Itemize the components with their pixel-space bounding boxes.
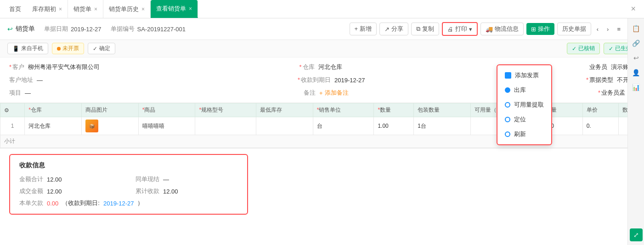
payment-date-value: 2019-12-27 (334, 77, 365, 84)
balance-note: （收款到期日: (62, 199, 100, 207)
invoice-label: *票据类型 (586, 76, 613, 84)
add-note-icon: + (319, 90, 323, 97)
prev-button[interactable]: ‹ (594, 24, 601, 34)
row-min-stock (256, 117, 313, 135)
sidebar-chart-btn[interactable]: 📊 (630, 81, 643, 94)
add-invoice-item[interactable]: 添加发票 (497, 68, 551, 83)
checked-label: 已核销 (578, 45, 595, 52)
tab-sales-order[interactable]: 销货单 × (68, 0, 103, 18)
refresh-item[interactable]: 刷新 (497, 127, 551, 142)
bottom-section: 收款信息 金额合计 12.00 同单现结 — 成交金额 12.00 (0, 148, 644, 220)
same-order-value: — (163, 176, 169, 183)
available-qty-item[interactable]: 可用量提取 (497, 97, 551, 112)
tab-inventory-init[interactable]: 库存期初 × (27, 0, 68, 18)
sidebar-return-btn[interactable]: ↩ (630, 51, 643, 64)
sidebar-link-btn[interactable]: 🔗 (630, 37, 643, 50)
close-history-tab[interactable]: × (141, 6, 145, 12)
customer-field: *客户 柳州粤港平安气体有限公司 (9, 63, 281, 71)
share-button-label: 分享 (391, 25, 403, 33)
row-num: 1 (0, 117, 25, 135)
print-icon: 🖨 (447, 26, 453, 33)
close-view-sales-tab[interactable]: × (189, 6, 192, 12)
share-button[interactable]: ↗ 分享 (379, 23, 408, 35)
address-value: — (37, 77, 43, 84)
transaction-value: 12.00 (47, 188, 62, 195)
inventory-init-label: 库存期初 (32, 5, 56, 13)
confirm-button[interactable]: ✓ 确定 (88, 43, 115, 54)
share-icon: ↗ (384, 26, 390, 33)
balance-label: 本单欠款 (19, 199, 43, 207)
next-button[interactable]: › (604, 24, 611, 34)
amount-total-label: 金额合计 (19, 175, 43, 183)
checked-button[interactable]: ✓ 已核销 (567, 43, 600, 54)
doc-actions: + 新增 ↗ 分享 ⧉ 复制 🖨 打印 ▾ 🚚 物流信息 (350, 22, 637, 36)
sidebar-user-btn[interactable]: 👤 (630, 66, 643, 79)
project-value: — (25, 90, 31, 97)
document-title: ↩ 销货单 (7, 25, 35, 33)
history-button[interactable]: 历史单据 (557, 23, 591, 35)
sales-history-label: 销货单历史 (109, 5, 139, 13)
confirm-label: 确定 (99, 45, 110, 52)
available-qty-label: 可用量提取 (514, 101, 544, 109)
row-quantity: 1.00 (374, 117, 414, 135)
close-inventory-tab[interactable]: × (59, 6, 62, 12)
doc-type-label: 销货单 (16, 25, 35, 33)
address-field: 客户地址 — (9, 76, 279, 84)
history-button-label: 历史单据 (562, 25, 586, 33)
operations-button[interactable]: ⊞ 操作 (526, 23, 554, 35)
col-spec: *规格型号 (195, 103, 256, 117)
payment-date-label: *收款到期日 (298, 76, 331, 84)
add-note-button[interactable]: + 添加备注 (319, 89, 349, 97)
doc-meta: 单据日期 2019-12-27 单据编号 SA-20191227-001 (44, 25, 186, 33)
add-invoice-icon (505, 72, 511, 79)
new-button[interactable]: + 新增 (350, 23, 377, 35)
copy-button[interactable]: ⧉ 复制 (411, 23, 439, 35)
balance-row: 本单欠款 0.00 （收款到期日: 2019-12-27 ） (19, 199, 238, 207)
col-price: 单价 (582, 103, 618, 117)
address-label: 客户地址 (9, 76, 33, 84)
from-phone-label: 来自手机 (21, 45, 43, 52)
print-dropdown-icon: ▾ (469, 26, 472, 33)
tab-home[interactable]: 首页 (4, 0, 27, 18)
col-unit: *销售单位 (313, 103, 374, 117)
col-quantity: *数量 (374, 103, 414, 117)
tab-sales-history[interactable]: 销货单历史 × (103, 0, 151, 18)
locate-icon (505, 117, 510, 122)
close-all-tabs[interactable]: × (626, 4, 640, 14)
tab-view-sales[interactable]: 查看销货单 × (151, 0, 198, 18)
not-open-dot (57, 47, 61, 51)
amount-total-value: 12.00 (47, 176, 62, 183)
print-button[interactable]: 🖨 打印 ▾ (442, 22, 478, 36)
payment-grid: 金额合计 12.00 同单现结 — 成交金额 12.00 累计收款 12.00 (19, 175, 238, 207)
from-phone-button[interactable]: 📱 来自手机 (7, 43, 48, 54)
cumulative-value: 12.00 (163, 188, 178, 195)
number-value: SA-20191227-001 (137, 26, 186, 33)
number-label: 单据编号 (111, 25, 135, 33)
row-price: 0. (582, 117, 618, 135)
date-meta: 单据日期 2019-12-27 (44, 25, 102, 33)
product-image: 📦 (85, 120, 98, 132)
list-view-button[interactable]: ≡ (614, 24, 623, 34)
amount-total-row: 金额合计 12.00 (19, 175, 122, 183)
phone-icon: 📱 (12, 46, 19, 52)
same-order-row: 同单现结 — (136, 175, 238, 183)
add-note-label: 添加备注 (325, 89, 349, 97)
locate-item[interactable]: 定位 (497, 112, 551, 127)
logistics-button[interactable]: 🚚 物流信息 (480, 23, 524, 35)
close-sales-tab[interactable]: × (94, 6, 97, 12)
row-unit: 台 (313, 117, 374, 135)
sidebar-doc-btn[interactable]: 📋 (630, 22, 643, 35)
not-open-button[interactable]: 未开票 (52, 43, 84, 54)
staff-label: 业务员 (589, 63, 607, 71)
same-order-label: 同单现结 (136, 175, 159, 183)
salesperson-label: *业务员孟 (598, 89, 625, 97)
main-content: ↩ 销货单 单据日期 2019-12-27 单据编号 SA-20191227-0… (0, 18, 644, 245)
effective-icon: ✓ (609, 46, 613, 52)
warehouse-out-item[interactable]: 出库 (497, 83, 551, 97)
col-gear: ⚙ (0, 103, 25, 117)
sidebar-expand-btn[interactable]: ⤢ (630, 228, 643, 241)
refresh-label: 刷新 (514, 130, 526, 138)
sales-order-label: 销货单 (73, 5, 91, 13)
payment-info-panel: 收款信息 金额合计 12.00 同单现结 — 成交金额 12.00 (9, 154, 248, 215)
copy-button-label: 复制 (422, 25, 434, 33)
